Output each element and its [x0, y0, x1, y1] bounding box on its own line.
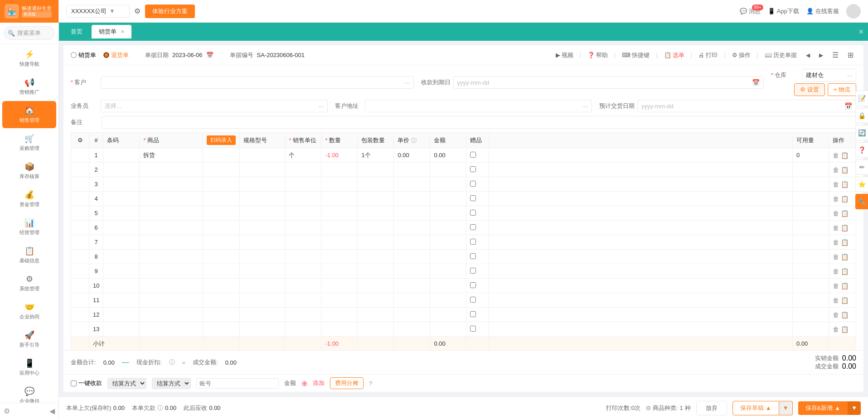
row-price-11[interactable] — [394, 308, 430, 322]
delete-icon-6[interactable]: 🗑 — [833, 239, 839, 246]
row-unit-1[interactable] — [285, 163, 321, 177]
copy-icon-12[interactable]: 📋 — [841, 326, 849, 333]
row-product-6[interactable] — [140, 235, 203, 250]
discount-help-icon[interactable]: ⓘ — [169, 358, 175, 366]
row-price-1[interactable] — [394, 163, 430, 177]
row-spec-1[interactable] — [240, 163, 285, 177]
logistics-action-button[interactable]: + 物流 — [828, 83, 856, 96]
row-pkg-6[interactable] — [358, 235, 394, 250]
sidebar-item-inventory[interactable]: 📦 库存核算 — [2, 157, 56, 184]
search-menu-button[interactable]: 🔍 搜索菜单 — [4, 26, 55, 40]
row-spec-12[interactable] — [240, 322, 285, 337]
radio-return-input[interactable] — [103, 52, 109, 58]
sidebar-item-purchase[interactable]: 🛒 采购管理 — [2, 129, 56, 156]
row-product-3[interactable] — [140, 192, 203, 206]
copy-icon-6[interactable]: 📋 — [841, 239, 849, 246]
row-gift-6[interactable] — [466, 235, 489, 250]
sidebar-item-quicknav[interactable]: ⚡ 快捷导航 — [2, 45, 56, 72]
app-download-button[interactable]: 📱 App下载 — [768, 7, 799, 15]
list-view-btn[interactable]: ☰ — [829, 50, 841, 60]
sidebar-item-appstore[interactable]: 📱 应用中心 — [2, 354, 56, 381]
warehouse-input[interactable]: 建材仓 ··· — [802, 69, 856, 82]
row-spec-4[interactable] — [240, 206, 285, 221]
sidebar-item-wechat[interactable]: 💬 企业微信 — [2, 382, 56, 403]
row-qty-1[interactable] — [321, 163, 358, 177]
gift-checkbox-5[interactable] — [470, 224, 476, 230]
row-barcode-8[interactable] — [103, 264, 140, 279]
float-refresh-btn[interactable]: 🔄 — [855, 125, 868, 140]
row-gift-3[interactable] — [466, 192, 489, 206]
row-unit-0[interactable]: 个 — [285, 148, 321, 163]
row-price-2[interactable] — [394, 177, 430, 192]
delete-icon-8[interactable]: 🗑 — [833, 268, 839, 275]
copy-icon-8[interactable]: 📋 — [841, 268, 849, 275]
row-gift-0[interactable] — [466, 148, 489, 163]
delete-icon-10[interactable]: 🗑 — [833, 297, 839, 304]
row-amount-3[interactable] — [430, 192, 466, 206]
save-new-button[interactable]: 保存&新增 ▲ — [798, 401, 848, 415]
table-scroll[interactable]: ⚙ # 条码 * 商品 扫码录入 规格型号 * 销售单位 * 数量 包装数量 单… — [71, 132, 856, 350]
row-amount-11[interactable] — [430, 308, 466, 322]
row-unit-7[interactable] — [285, 250, 321, 264]
row-unit-9[interactable] — [285, 279, 321, 293]
row-qty-4[interactable] — [321, 206, 358, 221]
row-qty-0[interactable]: -1.00 — [321, 148, 358, 163]
row-barcode-12[interactable] — [103, 322, 140, 337]
discard-button[interactable]: 放弃 — [696, 401, 727, 415]
next-btn[interactable]: ▶ — [816, 51, 826, 59]
copy-icon-10[interactable]: 📋 — [841, 297, 849, 304]
row-unit-12[interactable] — [285, 322, 321, 337]
delete-icon-12[interactable]: 🗑 — [833, 326, 839, 333]
expense-split-button[interactable]: 费用分摊 — [330, 377, 364, 389]
row-product-2[interactable] — [140, 177, 203, 192]
row-product-11[interactable] — [140, 308, 203, 322]
row-amount-7[interactable] — [430, 250, 466, 264]
row-barcode-11[interactable] — [103, 308, 140, 322]
row-amount-10[interactable] — [430, 293, 466, 308]
operation-btn[interactable]: ⚙ 操作 — [729, 50, 753, 60]
one-click-checkbox-input[interactable] — [71, 380, 77, 386]
payment-add-label[interactable]: 添加 — [313, 379, 325, 387]
row-pkg-9[interactable] — [358, 279, 394, 293]
settings-footer-icon[interactable]: ⚙ — [4, 407, 10, 415]
row-spec-9[interactable] — [240, 279, 285, 293]
gift-checkbox-11[interactable] — [470, 311, 476, 317]
row-barcode-5[interactable] — [103, 221, 140, 235]
float-note-btn[interactable]: 📝 — [855, 91, 868, 106]
row-unit-5[interactable] — [285, 221, 321, 235]
date-value[interactable]: 2023-06-06 — [172, 52, 203, 58]
row-price-5[interactable] — [394, 221, 430, 235]
row-product-9[interactable] — [140, 279, 203, 293]
row-gift-12[interactable] — [466, 322, 489, 337]
delete-icon-7[interactable]: 🗑 — [833, 253, 839, 260]
row-unit-2[interactable] — [285, 177, 321, 192]
row-spec-0[interactable] — [240, 148, 285, 163]
scan-btn[interactable]: 扫码录入 — [207, 135, 236, 145]
row-barcode-3[interactable] — [103, 192, 140, 206]
row-gift-11[interactable] — [466, 308, 489, 322]
notes-input[interactable] — [102, 116, 856, 129]
radio-sale-input[interactable] — [71, 52, 77, 58]
row-unit-11[interactable] — [285, 308, 321, 322]
salesperson-input[interactable]: 选择... ··· — [101, 100, 328, 112]
gift-checkbox-8[interactable] — [470, 268, 476, 274]
copy-icon-3[interactable]: 📋 — [841, 195, 849, 202]
row-qty-10[interactable] — [321, 293, 358, 308]
overdue-help-icon[interactable]: ⓘ — [157, 404, 163, 412]
settings-action-button[interactable]: ⚙ 设置 — [794, 83, 825, 96]
delete-icon-1[interactable]: 🗑 — [833, 166, 839, 173]
sidebar-item-enterprise[interactable]: 🤝 企业协同 — [2, 298, 56, 325]
row-unit-3[interactable] — [285, 192, 321, 206]
row-qty-8[interactable] — [321, 264, 358, 279]
float-tools-btn[interactable]: 🔧 — [855, 194, 868, 209]
tab-close-icon[interactable]: × — [121, 28, 125, 35]
row-barcode-10[interactable] — [103, 293, 140, 308]
row-spec-8[interactable] — [240, 264, 285, 279]
gift-checkbox-1[interactable] — [470, 166, 476, 172]
one-click-payment-checkbox[interactable]: 一键收款 — [71, 379, 102, 387]
delete-icon-5[interactable]: 🗑 — [833, 224, 839, 231]
row-gift-7[interactable] — [466, 250, 489, 264]
row-amount-1[interactable] — [430, 163, 466, 177]
online-support-button[interactable]: 👤 在线客服 — [806, 7, 839, 15]
row-amount-6[interactable] — [430, 235, 466, 250]
